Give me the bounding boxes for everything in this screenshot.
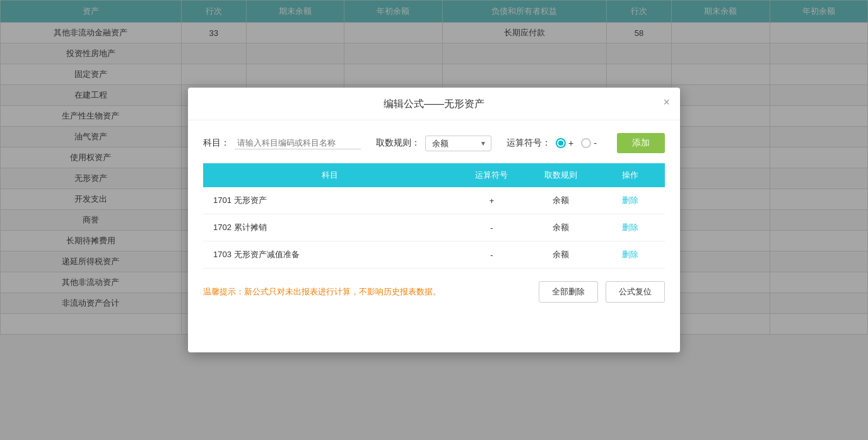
modal-title: 编辑公式——无形资产	[384, 98, 484, 109]
radio-plus[interactable]: +	[556, 138, 573, 148]
rule-select-wrap: 余额 借方 贷方 借方发生额 贷方发生额 ▼	[425, 136, 491, 151]
list-item: 1701 无形资产+余额删除	[203, 187, 665, 214]
subject-group: 科目：	[203, 137, 361, 149]
delete-row-button[interactable]: 删除	[622, 223, 638, 232]
operator-label: 运算符号：	[507, 137, 551, 149]
delete-row-button[interactable]: 删除	[622, 195, 638, 205]
rule-label: 取数规则：	[376, 137, 420, 149]
col-action: 操作	[595, 163, 665, 187]
radio-plus-label: +	[568, 138, 573, 148]
add-button[interactable]: 添加	[617, 133, 665, 153]
list-item: 1702 累计摊销-余额删除	[203, 214, 665, 241]
footer-buttons: 全部删除 公式复位	[539, 281, 665, 303]
col-rule: 取数规则	[526, 163, 595, 187]
modal-overlay: 编辑公式——无形资产 × 科目： 取数规则： 余额 借方 贷方 借方发生额 贷方…	[0, 0, 868, 440]
data-table-wrap: 科目 运算符号 取数规则 操作 1701 无形资产+余额删除1702 累计摊销-…	[188, 163, 680, 269]
rule-select[interactable]: 余额 借方 贷方 借方发生额 贷方发生额	[425, 136, 491, 151]
form-row: 科目： 取数规则： 余额 借方 贷方 借方发生额 贷方发生额 ▼ 运算	[188, 120, 680, 163]
modal-close-button[interactable]: ×	[663, 96, 670, 108]
subject-label: 科目：	[203, 137, 230, 149]
operator-group: 运算符号： + -	[507, 137, 597, 149]
col-operator: 运算符号	[457, 163, 527, 187]
radio-minus-label: -	[594, 138, 597, 148]
delete-row-button[interactable]: 删除	[622, 250, 638, 259]
warning-text: 温馨提示：新公式只对未出报表进行计算，不影响历史报表数据。	[203, 286, 441, 298]
col-subject: 科目	[203, 163, 457, 187]
reset-button[interactable]: 公式复位	[606, 281, 665, 303]
data-table: 科目 运算符号 取数规则 操作 1701 无形资产+余额删除1702 累计摊销-…	[203, 163, 665, 269]
modal-dialog: 编辑公式——无形资产 × 科目： 取数规则： 余额 借方 贷方 借方发生额 贷方…	[188, 88, 680, 352]
delete-all-button[interactable]: 全部删除	[539, 281, 598, 303]
modal-header: 编辑公式——无形资产 ×	[188, 88, 680, 120]
radio-group: + -	[556, 138, 597, 148]
radio-plus-circle	[556, 138, 566, 148]
radio-minus[interactable]: -	[581, 138, 597, 148]
rule-group: 取数规则： 余额 借方 贷方 借方发生额 贷方发生额 ▼	[376, 136, 491, 151]
radio-minus-circle	[581, 138, 591, 148]
warning-row: 温馨提示：新公式只对未出报表进行计算，不影响历史报表数据。 全部删除 公式复位	[188, 269, 680, 309]
list-item: 1703 无形资产减值准备-余额删除	[203, 241, 665, 269]
subject-input[interactable]	[235, 137, 361, 149]
